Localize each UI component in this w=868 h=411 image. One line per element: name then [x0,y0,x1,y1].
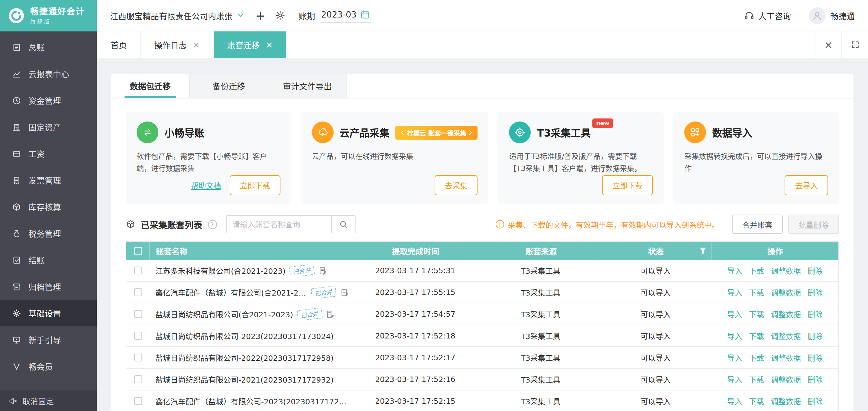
sidebar-item-invoices[interactable]: 发票管理 [0,167,97,193]
row-action-delete[interactable]: 删除 [808,308,823,320]
user-menu[interactable]: 畅捷通 [808,7,855,24]
help-icon[interactable]: ? [208,220,217,229]
doc-edit-icon[interactable] [326,310,335,318]
unpin-button[interactable]: 取消固定 [0,390,97,411]
row-action-adjust[interactable]: 调整数据 [771,286,801,298]
sidebar-item-funds[interactable]: 资金管理 [0,87,97,114]
go-collect-button[interactable]: 去采集 [435,175,478,195]
fullscreen-button[interactable] [841,31,868,58]
sidebar-item-archive[interactable]: 归档管理 [0,273,97,300]
period-value: 2023-03 [321,9,356,19]
row-action-download[interactable]: 下载 [749,395,764,407]
row-action-import[interactable]: 导入 [727,308,742,320]
batch-delete-button[interactable]: 批量删除 [788,215,839,234]
panel-body: 小畅导账 软件包产品，需要下载【小畅导账】客户端，进行数据采集 帮助文档 立即下… [111,98,854,411]
row-action-download[interactable]: 下载 [749,265,764,276]
validity-notice: ! 采集、下载的文件，有效期半年，有效期内可以导入到系统中。 [496,219,719,230]
row-action-import[interactable]: 导入 [727,330,742,342]
sidebar-item-cloud-reports[interactable]: 云报表中心 [0,60,97,87]
row-checkbox[interactable] [134,354,142,361]
app-edition: 旗舰版 [30,18,85,25]
row-action-delete[interactable]: 删除 [808,286,823,298]
row-action-delete[interactable]: 删除 [808,352,823,363]
support-button[interactable]: 人工咨询 [744,9,791,22]
row-action-import[interactable]: 导入 [727,395,742,407]
lemon-cloud-ribbon: 柠檬云 账套一键采集 [396,125,478,139]
sidebar-item-label: 畅会员 [28,360,53,372]
sidebar: 畅捷通好会计 旗舰版 总账 云报表中心 资金管理 固定资产 [0,0,97,411]
row-action-adjust[interactable]: 调整数据 [771,330,801,342]
search-input[interactable] [226,215,332,233]
sidebar-item-membership[interactable]: 畅会员 [0,353,97,380]
doc-edit-icon[interactable] [340,288,349,296]
extract-time: 2023-03-17 17:52:15 [349,397,482,406]
download-button[interactable]: 立即下载 [602,175,653,195]
sidebar-item-salary[interactable]: 工资 [0,140,97,167]
period-picker[interactable]: 2023-03 [320,8,371,23]
row-action-adjust[interactable]: 调整数据 [771,374,801,385]
row-action-adjust[interactable]: 调整数据 [771,352,801,363]
select-all-checkbox[interactable] [134,247,142,255]
avatar [808,7,826,24]
search-button[interactable] [332,215,356,233]
sidebar-item-label: 基础设置 [28,307,61,319]
row-action-download[interactable]: 下载 [749,374,764,385]
row-action-adjust[interactable]: 调整数据 [771,308,801,320]
row-action-download[interactable]: 下载 [749,352,764,363]
row-action-download[interactable]: 下载 [749,330,764,342]
row-action-delete[interactable]: 删除 [808,330,823,342]
sidebar-item-beginner-guide[interactable]: 新手引导 [0,326,97,353]
sidebar-item-label: 新手引导 [28,334,61,346]
row-action-import[interactable]: 导入 [727,374,742,385]
account-name: 江苏多禾科技有限公司(合2021-2023) [155,265,286,276]
card-icon [12,149,21,158]
row-checkbox[interactable] [134,375,142,383]
row-checkbox[interactable] [134,310,142,318]
column-status: 状态 [600,242,711,260]
row-action-delete[interactable]: 删除 [808,265,823,276]
app-logo-icon [7,7,25,25]
tab-close-icon[interactable]: × [266,40,273,49]
row-action-delete[interactable]: 删除 [808,395,823,407]
row-action-download[interactable]: 下载 [749,286,764,298]
sidebar-item-closing[interactable]: 结账 [0,247,97,273]
tab-account-migration[interactable]: 账套迁移 × [214,31,286,58]
row-action-import[interactable]: 导入 [727,265,742,276]
row-checkbox[interactable] [134,288,142,296]
sidebar-item-tax[interactable]: 税务管理 [0,220,97,247]
row-action-adjust[interactable]: 调整数据 [771,265,801,276]
settings-gear-button[interactable] [275,10,286,21]
tab-close-icon[interactable]: × [193,40,200,49]
divider [799,10,800,20]
chevron-right-icon [469,130,473,135]
close-tabs-button[interactable]: × [815,31,841,58]
sidebar-item-fixed-assets[interactable]: 固定资产 [0,114,97,140]
sidebar-item-basic-settings[interactable]: 基础设置 [0,300,97,326]
row-action-delete[interactable]: 删除 [808,374,823,385]
migtab-data-package[interactable]: 数据包迁移 [111,74,190,98]
sidebar-item-general-ledger[interactable]: 总账 [0,34,97,60]
table-header: 账套名称 提取完成时间 账套来源 状态 操作 [126,242,838,260]
row-checkbox[interactable] [134,266,142,275]
sidebar-item-inventory[interactable]: 库存核算 [0,193,97,220]
migtab-backup[interactable]: 备份迁移 [190,74,268,98]
row-action-download[interactable]: 下载 [749,308,764,320]
go-import-button[interactable]: 去导入 [785,175,828,195]
import-status: 可以导入 [600,352,711,363]
company-selector[interactable]: 江西服宝精品有限责任公司内账张 [110,9,243,22]
add-account-button[interactable]: + [255,9,266,22]
row-action-import[interactable]: 导入 [727,286,742,298]
doc-edit-icon[interactable] [318,266,327,275]
row-checkbox[interactable] [134,397,142,405]
filter-icon[interactable] [700,247,707,254]
row-action-import[interactable]: 导入 [727,352,742,363]
row-action-adjust[interactable]: 调整数据 [771,395,801,407]
tab-home[interactable]: 首页 [97,31,141,58]
migtab-audit-export[interactable]: 审计文件导出 [268,74,347,98]
tab-operation-log[interactable]: 操作日志 × [141,31,214,58]
merge-accounts-button[interactable]: 合并账套 [732,215,783,234]
ledger-icon [12,42,21,52]
download-button[interactable]: 立即下载 [230,175,280,195]
row-checkbox[interactable] [134,332,142,340]
help-doc-link[interactable]: 帮助文档 [191,180,221,191]
